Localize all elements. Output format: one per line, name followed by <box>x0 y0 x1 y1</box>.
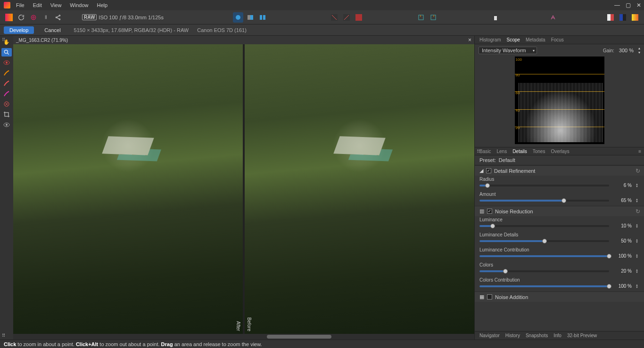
svg-rect-20 <box>619 14 623 21</box>
document-close-icon[interactable]: × <box>468 37 471 43</box>
tab-32bit-preview[interactable]: 32-bit Preview <box>567 333 597 338</box>
swatch1-icon[interactable] <box>605 12 616 23</box>
image-viewport[interactable]: After Before <box>13 44 474 334</box>
svg-point-25 <box>6 62 8 64</box>
view-single-icon[interactable] <box>233 12 243 23</box>
luminance-slider[interactable] <box>479 225 609 227</box>
svg-rect-9 <box>260 15 262 20</box>
noise-addition-checkbox[interactable] <box>487 294 492 299</box>
zoom-tool-icon[interactable] <box>1 48 12 57</box>
menu-help[interactable]: Help <box>97 2 107 8</box>
horizontal-scrollbar[interactable] <box>13 334 474 340</box>
tab-info[interactable]: Info <box>553 333 561 338</box>
reset-icon[interactable]: ↻ <box>636 168 640 174</box>
tab-overlays[interactable]: Overlays <box>551 149 569 154</box>
panel-menu-icon[interactable]: ≡ <box>638 149 641 154</box>
svg-rect-8 <box>250 15 253 20</box>
tab-tones[interactable]: Tones <box>533 149 545 154</box>
noise-reduction-checkbox[interactable] <box>487 209 492 214</box>
colors-contribution-stepper[interactable]: ▲▼ <box>635 284 639 288</box>
overlay-paint-tool-icon[interactable] <box>1 79 12 88</box>
menu-window[interactable]: Window <box>70 2 88 8</box>
tab-scope[interactable]: Scope <box>507 37 520 42</box>
tab-focus[interactable]: Focus <box>551 37 564 42</box>
overlay-gradient-tool-icon[interactable] <box>1 100 12 108</box>
radius-label: Radius <box>479 177 639 182</box>
colors-slider[interactable] <box>479 270 609 272</box>
swatch3-icon[interactable] <box>630 12 640 23</box>
luminance-details-value[interactable]: 50 % <box>612 238 632 243</box>
radius-value[interactable]: 6 % <box>612 183 632 188</box>
blemish-tool-icon[interactable] <box>1 69 12 77</box>
live-preview-icon[interactable] <box>28 12 39 23</box>
colors-contribution-value[interactable]: 100 % <box>612 283 632 289</box>
luminance-contribution-value[interactable]: 100 % <box>612 253 632 259</box>
swatch2-icon[interactable] <box>618 12 628 23</box>
redeye-tool-icon[interactable] <box>1 58 12 67</box>
svg-rect-13 <box>355 14 362 21</box>
gain-stepper-icon[interactable]: ▴▾ <box>638 46 640 55</box>
gain-value[interactable]: 300 % <box>619 48 634 53</box>
menu-view[interactable]: View <box>50 2 62 8</box>
white-balance-tool-icon[interactable] <box>490 12 501 23</box>
tab-navigator[interactable]: Navigator <box>479 333 500 338</box>
whitebalance-tool-icon[interactable] <box>1 121 12 129</box>
app-icon <box>4 2 10 8</box>
luminance-stepper[interactable]: ▲▼ <box>635 224 639 228</box>
clip-highlights-icon[interactable] <box>341 12 352 23</box>
tab-basic[interactable]: Basic <box>479 149 491 154</box>
menu-edit[interactable]: Edit <box>33 2 42 8</box>
sliders-icon[interactable]: ⫴ <box>41 12 51 23</box>
luminance-contribution-stepper[interactable]: ▲▼ <box>635 254 639 258</box>
rotate-left-icon[interactable] <box>416 12 426 23</box>
clip-shadows-icon[interactable] <box>329 12 339 23</box>
menu-file[interactable]: File <box>16 2 25 8</box>
amount-value[interactable]: 65 % <box>612 198 632 203</box>
auto-icon[interactable] <box>548 12 558 23</box>
amount-slider[interactable] <box>479 200 609 202</box>
panel-grip-icon[interactable]: ⠿ <box>2 37 4 42</box>
document-tab[interactable]: _MG_1663.CR2 (71.9%) <box>16 38 68 43</box>
minimize-icon[interactable]: — <box>614 2 620 8</box>
crop-tool-icon[interactable] <box>1 110 12 119</box>
persona-photo-icon[interactable] <box>4 12 14 23</box>
colors-value[interactable]: 20 % <box>612 268 632 274</box>
preset-select[interactable]: Default <box>499 157 515 163</box>
view-split-icon[interactable] <box>245 12 256 23</box>
luminance-details-slider[interactable] <box>479 240 609 242</box>
rotate-right-icon[interactable] <box>428 12 438 23</box>
refresh-icon[interactable] <box>16 12 26 23</box>
bottom-panel-tabs: ⠿ Navigator History Snapshots Info 32-bi… <box>475 331 644 340</box>
svg-point-28 <box>6 124 8 126</box>
cancel-button[interactable]: Cancel <box>39 26 66 34</box>
clip-tones-icon[interactable] <box>354 12 364 23</box>
luminance-value[interactable]: 10 % <box>612 223 632 228</box>
develop-button[interactable]: Develop <box>4 26 34 34</box>
colors-contribution-slider[interactable] <box>479 285 609 287</box>
share-icon[interactable] <box>53 12 63 23</box>
colors-stepper[interactable]: ▲▼ <box>635 269 639 273</box>
tab-details[interactable]: Details <box>512 149 527 154</box>
before-label: Before <box>247 317 252 331</box>
amount-stepper[interactable]: ▲▼ <box>635 198 639 202</box>
svg-point-5 <box>59 18 60 19</box>
maximize-icon[interactable]: ▢ <box>626 2 631 8</box>
svg-point-2 <box>33 16 34 18</box>
tab-lens[interactable]: Lens <box>496 149 507 154</box>
tab-snapshots[interactable]: Snapshots <box>526 333 548 338</box>
overlay-erase-tool-icon[interactable] <box>1 89 12 98</box>
radius-stepper[interactable]: ▲▼ <box>635 183 639 187</box>
luminance-details-stepper[interactable]: ▲▼ <box>635 239 639 243</box>
tab-history[interactable]: History <box>505 333 520 338</box>
view-mirror-icon[interactable] <box>257 12 268 23</box>
luminance-contribution-slider[interactable] <box>479 255 609 257</box>
scope-mode-select[interactable]: Intensity Waveform▾ <box>479 47 537 54</box>
tab-metadata[interactable]: Metadata <box>526 37 545 42</box>
detail-refinement-checkbox[interactable] <box>486 168 491 173</box>
tab-histogram[interactable]: Histogram <box>479 37 501 42</box>
radius-slider[interactable] <box>479 185 609 186</box>
panel-grip-icon[interactable]: ⠿ <box>477 149 479 154</box>
panel-grip-icon[interactable]: ⠿ <box>2 333 4 338</box>
close-icon[interactable]: ✕ <box>636 2 641 8</box>
reset-icon[interactable]: ↻ <box>636 208 640 215</box>
